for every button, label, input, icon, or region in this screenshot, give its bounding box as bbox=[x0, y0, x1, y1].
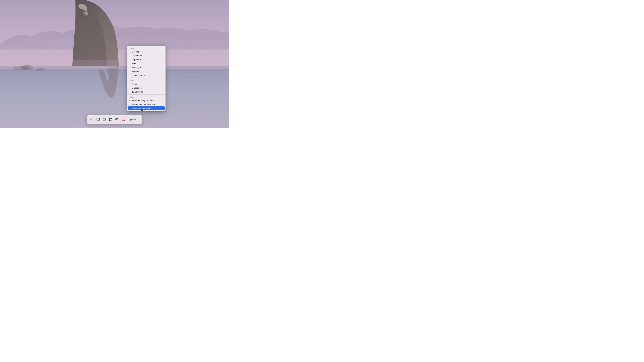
options-label: Options bbox=[127, 95, 166, 98]
menu-item-10-seconds[interactable]: 10 Seconds bbox=[127, 90, 166, 94]
menu-item-other-location[interactable]: Other Location... bbox=[127, 73, 166, 77]
separator-1 bbox=[127, 78, 166, 78]
svg-point-22 bbox=[116, 119, 117, 120]
record-entire-screen-button[interactable] bbox=[114, 117, 120, 122]
capture-selection-button[interactable] bbox=[108, 117, 114, 122]
menu-item-desktop-label: Desktop bbox=[132, 51, 140, 53]
svg-rect-19 bbox=[109, 120, 110, 121]
svg-rect-10 bbox=[97, 118, 100, 120]
menu-item-remember-last-selection-label: Remember Last Selection bbox=[132, 103, 156, 106]
svg-rect-16 bbox=[110, 118, 112, 121]
menu-item-show-mouse-pointer[interactable]: Show Mouse Pointer bbox=[128, 106, 165, 110]
capture-selection-icon bbox=[109, 118, 112, 121]
menu-item-desktop[interactable]: ✓ Desktop bbox=[127, 50, 166, 54]
options-button[interactable]: Options ⌄ bbox=[127, 117, 140, 122]
record-selection-icon bbox=[122, 118, 125, 121]
timer-label: Timer bbox=[127, 79, 166, 82]
menu-item-other-location-label: Other Location... bbox=[132, 74, 147, 76]
svg-rect-18 bbox=[112, 118, 112, 119]
checkmark-desktop: ✓ bbox=[129, 51, 130, 53]
svg-rect-14 bbox=[103, 118, 105, 120]
close-icon bbox=[90, 118, 94, 121]
svg-rect-25 bbox=[124, 118, 124, 119]
capture-selected-window-icon bbox=[103, 118, 106, 121]
capture-entire-screen-button[interactable] bbox=[95, 117, 101, 122]
svg-rect-20 bbox=[112, 120, 112, 121]
context-menu: Save to ✓ Desktop Documents Clipboard Ma… bbox=[127, 45, 166, 111]
svg-rect-26 bbox=[122, 120, 122, 120]
menu-item-preview-label: Preview bbox=[132, 70, 139, 73]
separator-2 bbox=[127, 94, 166, 95]
menu-item-documents-label: Documents bbox=[132, 54, 142, 57]
menu-item-10-seconds-label: 10 Seconds bbox=[132, 91, 143, 93]
close-button[interactable] bbox=[89, 117, 95, 122]
capture-selected-window-button[interactable] bbox=[102, 117, 107, 122]
menu-item-mail-label: Mail bbox=[132, 62, 136, 65]
desktop-background bbox=[0, 0, 229, 128]
menu-item-show-mouse-pointer-label: Show Mouse Pointer bbox=[132, 107, 151, 109]
checkmark-floating-thumbnail: ✓ bbox=[129, 99, 130, 102]
menu-item-5-seconds[interactable]: 5 Seconds bbox=[127, 86, 166, 90]
svg-rect-6 bbox=[0, 60, 229, 69]
menu-item-messages-label: Messages bbox=[132, 66, 141, 69]
menu-item-clipboard-label: Clipboard bbox=[132, 58, 141, 61]
record-entire-screen-icon bbox=[115, 118, 119, 121]
menu-item-remember-last-selection[interactable]: Remember Last Selection bbox=[127, 102, 166, 106]
save-to-label: Save to bbox=[127, 46, 166, 50]
svg-rect-24 bbox=[122, 118, 122, 119]
menu-item-show-floating-thumbnail-label: Show Floating Thumbnail bbox=[132, 99, 155, 102]
menu-item-mail[interactable]: Mail bbox=[127, 62, 166, 65]
menu-item-5-seconds-label: 5 Seconds bbox=[132, 87, 142, 89]
menu-item-clipboard[interactable]: Clipboard bbox=[127, 58, 166, 62]
chevron-down-icon: ⌄ bbox=[137, 119, 138, 121]
menu-item-preview[interactable]: Preview bbox=[127, 69, 166, 73]
menu-item-documents[interactable]: Documents bbox=[127, 54, 166, 58]
menu-item-show-floating-thumbnail[interactable]: ✓ Show Floating Thumbnail bbox=[127, 98, 166, 102]
record-selection-button[interactable] bbox=[120, 117, 126, 122]
landscape-svg bbox=[0, 0, 229, 128]
options-button-label: Options bbox=[128, 118, 136, 121]
menu-item-none-label: None bbox=[132, 83, 137, 85]
menu-item-none[interactable]: ✓ None bbox=[127, 82, 166, 86]
capture-entire-screen-icon bbox=[96, 118, 100, 121]
screenshot-toolbar: Options ⌄ bbox=[87, 115, 142, 124]
checkmark-none: ✓ bbox=[129, 83, 130, 85]
svg-point-28 bbox=[124, 120, 125, 121]
menu-item-messages[interactable]: Messages bbox=[127, 65, 166, 69]
svg-rect-17 bbox=[109, 118, 110, 119]
